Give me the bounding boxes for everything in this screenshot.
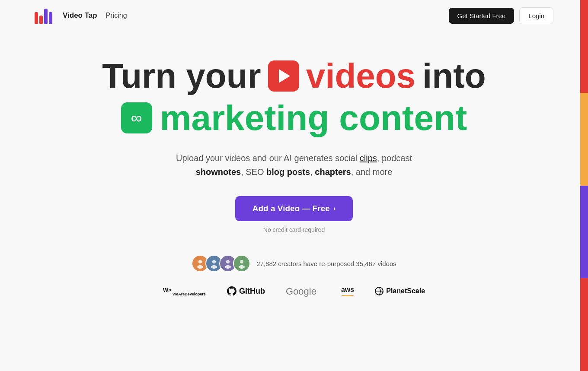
we-are-svg: W> WeAreDevelopers [163, 285, 206, 297]
github-icon [227, 286, 236, 296]
aws-line [341, 294, 354, 296]
social-proof: 27,882 creators have re-purposed 35,467 … [163, 255, 425, 297]
svg-point-0 [198, 260, 202, 263]
headline-turn-your: Turn your [102, 57, 261, 95]
logo-bar-3 [44, 9, 48, 24]
subtitle-part2: , podcast [377, 153, 412, 163]
brand-name: Video Tap [63, 11, 97, 20]
logo-bar-2 [39, 16, 43, 24]
decorative-stripe [580, 0, 588, 371]
aws-smile: aws [341, 286, 354, 296]
brand-github: GitHub [227, 286, 265, 296]
chevron-icon: › [333, 205, 336, 212]
avatars-and-text: 27,882 creators have re-purposed 35,467 … [192, 255, 396, 272]
nav-left: Video Tap Pricing [35, 7, 127, 24]
svg-text:Google: Google [286, 286, 316, 297]
nav-pricing-link[interactable]: Pricing [106, 12, 127, 19]
brand-logos: W> WeAreDevelopers GitHub Google a [163, 285, 425, 297]
headline-line2: ∞ marketing content [102, 98, 486, 137]
svg-point-5 [225, 265, 231, 269]
headline-line1: Turn your videos into [102, 57, 486, 95]
svg-point-3 [211, 265, 217, 269]
nav-right: Get Started Free Login [449, 7, 553, 24]
google-svg: Google [286, 285, 320, 297]
logo-mark [35, 7, 52, 24]
brand-google: Google [286, 285, 320, 297]
play-icon [279, 69, 290, 83]
github-label: GitHub [239, 287, 265, 296]
creators-text: 27,882 creators have re-purposed 35,467 … [256, 260, 396, 267]
logo-bar-1 [35, 12, 38, 24]
subtitle-blogposts: blog posts [266, 167, 310, 177]
headline-videos: videos [306, 57, 415, 95]
subtitle-chapters: chapters [315, 167, 351, 177]
aws-text: aws [341, 286, 354, 294]
cta-container: Add a Video — Free › No credit card requ… [235, 196, 353, 233]
planetscale-label: PlanetScale [386, 287, 425, 295]
subtitle-part3: , SEO [241, 167, 264, 177]
svg-point-6 [240, 260, 243, 263]
headline-into: into [422, 57, 486, 95]
avatars-row [192, 255, 250, 272]
brand-aws: aws [341, 286, 354, 296]
headline-marketing-content: marketing content [160, 98, 467, 137]
brand-weareDevelopers: W> WeAreDevelopers [163, 285, 206, 297]
video-icon-badge [268, 60, 299, 92]
login-button[interactable]: Login [519, 7, 553, 24]
brand-planetscale: PlanetScale [375, 287, 425, 295]
hero-subtitle: Upload your videos and our AI generates … [156, 151, 432, 179]
hero-headline: Turn your videos into ∞ marketing conten… [102, 57, 486, 137]
svg-text:WeAreDevelopers: WeAreDevelopers [173, 292, 206, 296]
subtitle-comma: , [310, 167, 315, 177]
no-credit-text: No credit card required [263, 226, 325, 233]
avatar-4 [233, 255, 250, 272]
navbar: Video Tap Pricing Get Started Free Login [0, 0, 588, 31]
logo-bar-4 [49, 12, 52, 24]
svg-text:W>: W> [163, 287, 172, 293]
svg-point-1 [197, 265, 203, 269]
svg-point-7 [239, 265, 245, 269]
planetscale-icon [375, 287, 383, 295]
svg-point-4 [226, 260, 230, 263]
cta-button-label: Add a Video — Free [252, 204, 330, 213]
hero-section: Turn your videos into ∞ marketing conten… [0, 31, 588, 314]
subtitle-clips: clips [360, 153, 377, 163]
subtitle-part4: , and more [351, 167, 393, 177]
infinity-badge: ∞ [121, 102, 152, 133]
subtitle-part1: Upload your videos and our AI generates … [176, 153, 357, 163]
cta-button[interactable]: Add a Video — Free › [235, 196, 353, 221]
subtitle-shownotes: shownotes [196, 167, 241, 177]
get-started-button[interactable]: Get Started Free [449, 8, 514, 24]
svg-point-2 [212, 260, 216, 263]
